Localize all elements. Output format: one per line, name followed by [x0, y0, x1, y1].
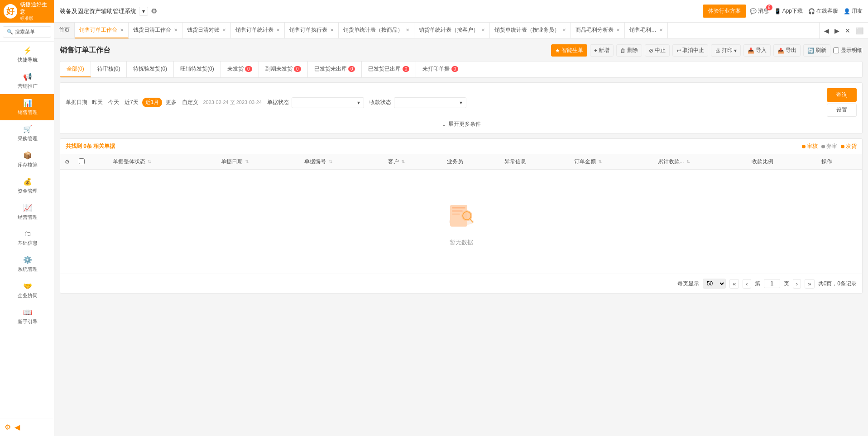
filter-tab-unprinted[interactable]: 未打印单据 0 — [416, 62, 465, 77]
search-menu-button[interactable]: 🔍 搜索菜单 — [3, 26, 51, 38]
sidebar-nav-inventory[interactable]: 📦 库存核算 — [0, 147, 54, 173]
tab-daily-clear[interactable]: 钱货日清工作台 ✕ — [129, 23, 182, 38]
tab-close-sales-salesman[interactable]: ✕ — [562, 28, 566, 33]
th-number[interactable]: 单据编号 ⇅ — [300, 154, 384, 170]
print-button[interactable]: 🖨 打印 ▾ — [711, 44, 741, 57]
tab-sales-gross[interactable]: 销售毛利… ✕ — [625, 23, 668, 38]
column-settings-icon[interactable]: ⚙ — [65, 159, 70, 165]
tab-home[interactable]: 首页 — [54, 23, 75, 38]
sidebar-nav-cooperation[interactable]: 🤝 企业协同 — [0, 277, 54, 303]
th-customer[interactable]: 客户 ⇅ — [384, 154, 442, 170]
select-all-checkbox[interactable] — [79, 158, 85, 164]
tab-close-daily-reconcile[interactable]: ✕ — [222, 28, 226, 33]
tab-close-gross-profit[interactable]: ✕ — [616, 28, 620, 33]
query-button[interactable]: 查询 — [827, 88, 857, 102]
message-action[interactable]: 💬 消息 6 — [750, 7, 769, 15]
tab-gross-profit[interactable]: 商品毛利分析表 ✕ — [571, 23, 625, 38]
smart-create-button[interactable]: ★ 智能生单 — [551, 44, 587, 57]
ship-button[interactable]: 发货 — [841, 142, 857, 150]
tab-close-sales-customer[interactable]: ✕ — [481, 28, 485, 33]
prev-page-button[interactable]: ‹ — [743, 279, 751, 289]
sidebar-nav-purchase[interactable]: 🛒 采购管理 — [0, 120, 54, 147]
tab-sales-stats[interactable]: 销售订单统计表 ✕ — [231, 23, 285, 38]
sidebar-nav-system[interactable]: ⚙️ 系统管理 — [0, 251, 54, 277]
th-cumulative[interactable]: 累计收款... ⇅ — [653, 154, 747, 170]
sidebar-collapse-button[interactable]: ◀ — [14, 423, 20, 431]
sidebar-nav-sales[interactable]: 📊 销售管理 — [0, 94, 54, 120]
sidebar-nav-guide[interactable]: 📖 新手引导 — [0, 303, 54, 330]
date-custom-btn[interactable]: 自定义 — [180, 98, 200, 107]
date-yesterday-btn[interactable]: 昨天 — [90, 98, 105, 107]
tab-close-daily-clear[interactable]: ✕ — [174, 28, 177, 33]
review-button[interactable]: 审核 — [802, 142, 818, 150]
tab-daily-reconcile[interactable]: 钱货日清对账 ✕ — [182, 23, 231, 38]
show-detail-checkbox[interactable] — [833, 47, 839, 53]
tab-sales-customer[interactable]: 销货单统计表（按客户） ✕ — [414, 23, 490, 38]
payment-field: 收款状态 ▾ — [369, 97, 466, 108]
date-today-btn[interactable]: 今天 — [106, 98, 121, 107]
system-dropdown[interactable]: ▾ — [139, 7, 148, 16]
filter-tab-shipped-out[interactable]: 已发货已出库 0 — [362, 62, 416, 77]
tab-scroll-right[interactable]: ▶ — [833, 26, 841, 35]
tab-close-all[interactable]: ✕ — [843, 26, 852, 35]
payment-label: 收款状态 — [369, 99, 391, 106]
payment-select[interactable]: ▾ — [394, 97, 466, 108]
cancel-stop-button[interactable]: ↩ 取消中止 — [672, 44, 708, 57]
sidebar-nav-finance[interactable]: 💰 资金管理 — [0, 173, 54, 199]
expand-more-button[interactable]: ⌄ 展开更多条件 — [442, 120, 481, 128]
tab-maximize[interactable]: ⬜ — [854, 26, 865, 35]
sidebar-nav-operation[interactable]: 📈 经营管理 — [0, 199, 54, 225]
filter-tab-all[interactable]: 全部(0) — [60, 62, 91, 77]
tab-close-sales-product[interactable]: ✕ — [406, 28, 409, 33]
stop-button[interactable]: ⊘ 中止 — [645, 44, 670, 57]
date-7days-btn[interactable]: 近7天 — [123, 98, 140, 107]
app-download-action[interactable]: 📱 App下载 — [774, 7, 803, 15]
sidebar-search-area[interactable]: 🔍 搜索菜单 — [0, 23, 54, 42]
tab-scroll-left[interactable]: ◀ — [822, 26, 831, 35]
delete-button[interactable]: 🗑 删除 — [616, 44, 642, 57]
tab-close-sales-stats[interactable]: ✕ — [276, 28, 280, 33]
th-date[interactable]: 单据日期 ⇅ — [216, 154, 300, 170]
tab-sales-salesman[interactable]: 销货单统计表（按业务员） ✕ — [490, 23, 571, 38]
date-more-btn[interactable]: 更多 — [164, 98, 178, 107]
user-action[interactable]: 👤 用友 — [844, 7, 863, 15]
search-setting-button[interactable]: 设置 — [827, 104, 857, 117]
tab-close-sales-gross[interactable]: ✕ — [659, 28, 663, 33]
sidebar-nav-quick[interactable]: ⚡ 快捷导航 — [0, 42, 54, 68]
sidebar-nav-marketing[interactable]: 📢 营销推广 — [0, 68, 54, 94]
table-scroll-container[interactable]: ⚙ 单据整体状态 ⇅ 单据日期 ⇅ — [60, 154, 862, 274]
tab-sales-execute[interactable]: 销售订单执行表 ✕ — [285, 23, 339, 38]
tab-close-sales-execute[interactable]: ✕ — [330, 28, 334, 33]
page-number-input[interactable] — [764, 279, 780, 288]
sidebar-settings-button[interactable]: ⚙ — [5, 423, 11, 431]
import-button[interactable]: 📥 导入 — [743, 44, 771, 57]
topbar-gear-icon[interactable]: ⚙ — [151, 7, 157, 15]
filter-tab-overdue[interactable]: 到期未发货 0 — [259, 62, 308, 77]
solution-button[interactable]: 体验行业方案 — [703, 5, 746, 18]
status-select[interactable]: ▾ — [292, 97, 364, 108]
next-page-button[interactable]: › — [793, 279, 801, 289]
th-amount[interactable]: 订单金额 ⇅ — [570, 154, 653, 170]
new-button[interactable]: + 新增 — [590, 44, 614, 57]
show-detail-checkbox-label[interactable]: 显示明细 — [833, 47, 863, 54]
cancel-review-button[interactable]: 弃审 — [821, 142, 837, 150]
filter-tab-shipped-not-out[interactable]: 已发货未出库 0 — [308, 62, 362, 77]
payment-dropdown-icon: ▾ — [460, 100, 462, 106]
page-size-select[interactable]: 50 20 100 — [703, 279, 726, 289]
filter-tab-pending-pick[interactable]: 待拣验发货(0) — [127, 62, 174, 77]
refresh-button[interactable]: 🔄 刷新 — [803, 44, 830, 57]
export-button[interactable]: 📤 导出 — [773, 44, 801, 57]
tab-sales-product[interactable]: 销货单统计表（按商品） ✕ — [339, 23, 414, 38]
online-service-action[interactable]: 🎧 在线客服 — [808, 7, 838, 15]
last-page-button[interactable]: » — [805, 279, 814, 289]
filter-tab-unshipped[interactable]: 未发货 0 — [221, 62, 259, 77]
filter-tab-pending-review[interactable]: 待审核(0) — [91, 62, 127, 77]
sidebar-nav-basic[interactable]: 🗂 基础信息 — [0, 225, 54, 251]
tab-sales-order[interactable]: 销售订单工作台 ✕ — [75, 23, 129, 38]
th-overall-status[interactable]: 单据整体状态 ⇅ — [108, 154, 216, 170]
date-1month-btn[interactable]: 近1月 — [142, 98, 163, 107]
tab-close-sales-order[interactable]: ✕ — [120, 28, 124, 33]
filter-tab-wangpu[interactable]: 旺铺待发货(0) — [174, 62, 221, 77]
status-dropdown-icon: ▾ — [357, 100, 360, 106]
first-page-button[interactable]: « — [729, 279, 739, 289]
